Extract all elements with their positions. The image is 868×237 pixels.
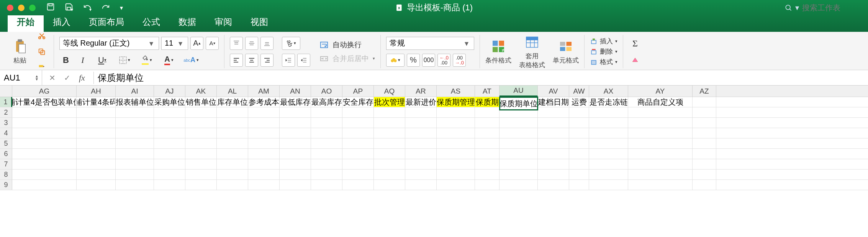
cell-AN8[interactable] xyxy=(280,170,311,179)
cell-AZ1[interactable] xyxy=(693,97,716,107)
cell-AU5[interactable] xyxy=(500,138,538,148)
customize-qat-icon[interactable]: ▾ xyxy=(120,4,123,12)
column-header-AR[interactable]: AR xyxy=(405,86,437,97)
cell-AH1[interactable]: 辅计量4条码 xyxy=(77,97,116,107)
align-bottom-button[interactable] xyxy=(260,37,274,50)
cell-AK6[interactable] xyxy=(185,149,217,159)
cell-AQ7[interactable] xyxy=(374,159,405,169)
cell-AW3[interactable] xyxy=(569,118,589,128)
cell-AP1[interactable]: 安全库存 xyxy=(342,97,374,107)
tab-数据[interactable]: 数据 xyxy=(169,13,205,32)
cell-AT8[interactable] xyxy=(475,170,500,179)
clear-button[interactable] xyxy=(629,53,642,66)
cell-AN2[interactable] xyxy=(280,107,311,117)
cell-AN6[interactable] xyxy=(280,149,311,159)
cell-AY9[interactable] xyxy=(628,180,693,190)
increase-indent-button[interactable] xyxy=(297,54,310,67)
cell-AX9[interactable] xyxy=(589,180,628,190)
column-header-AT[interactable]: AT xyxy=(475,86,500,97)
cell-AR4[interactable] xyxy=(405,128,437,138)
cell-AJ8[interactable] xyxy=(154,170,185,179)
cell-AP5[interactable] xyxy=(342,138,374,148)
cell-AM9[interactable] xyxy=(248,180,280,190)
cell-AG8[interactable] xyxy=(12,170,77,179)
cell-AX1[interactable]: 是否走冻链 xyxy=(589,97,628,107)
column-header-AI[interactable]: AI xyxy=(116,86,154,97)
column-header-AX[interactable]: AX xyxy=(589,86,628,97)
cell-AQ2[interactable] xyxy=(374,107,405,117)
cell-AT6[interactable] xyxy=(475,149,500,159)
column-header-AN[interactable]: AN xyxy=(280,86,311,97)
minimize-window-button[interactable] xyxy=(18,5,25,11)
save-icon[interactable]: ▾ xyxy=(65,3,73,13)
cell-AJ3[interactable] xyxy=(154,118,185,128)
cell-AZ7[interactable] xyxy=(693,159,716,169)
tab-视图[interactable]: 视图 xyxy=(241,13,277,32)
cell-AJ5[interactable] xyxy=(154,138,185,148)
phonetic-button[interactable]: abcA▾ xyxy=(182,54,200,67)
cell-styles-button[interactable]: 单元格式 xyxy=(553,38,579,65)
cell-AS3[interactable] xyxy=(437,118,475,128)
cell-AY1[interactable]: 商品自定义项 xyxy=(628,97,693,107)
cell-AJ6[interactable] xyxy=(154,149,185,159)
currency-button[interactable]: ▾ xyxy=(386,54,405,67)
column-header-AG[interactable]: AG xyxy=(12,86,77,97)
cell-AX4[interactable] xyxy=(589,128,628,138)
row-header-9[interactable]: 9 xyxy=(0,180,12,190)
cell-AH6[interactable] xyxy=(77,149,116,159)
cell-AS8[interactable] xyxy=(437,170,475,179)
wrap-text-button[interactable]: 自动换行 xyxy=(319,40,375,50)
column-header-AS[interactable]: AS xyxy=(437,86,475,97)
underline-button[interactable]: U ▾ xyxy=(93,54,111,67)
cell-AI6[interactable] xyxy=(116,149,154,159)
undo-icon[interactable]: ▾ xyxy=(83,3,92,13)
cell-AO6[interactable] xyxy=(311,149,342,159)
row-header-8[interactable]: 8 xyxy=(0,170,12,179)
cell-AG3[interactable] xyxy=(12,118,77,128)
cell-AX6[interactable] xyxy=(589,149,628,159)
maximize-window-button[interactable] xyxy=(29,5,36,11)
decrease-decimal-button[interactable]: .00→.0 xyxy=(453,54,466,67)
cell-AP4[interactable] xyxy=(342,128,374,138)
cell-AI8[interactable] xyxy=(116,170,154,179)
cell-AW1[interactable]: 运费 xyxy=(569,97,589,107)
cell-AH3[interactable] xyxy=(77,118,116,128)
cell-AL5[interactable] xyxy=(217,138,248,148)
font-size-select[interactable]: 11▾ xyxy=(161,37,188,50)
cell-AU7[interactable] xyxy=(500,159,538,169)
cell-AU6[interactable] xyxy=(500,149,538,159)
cell-AG7[interactable] xyxy=(12,159,77,169)
cell-AS7[interactable] xyxy=(437,159,475,169)
decrease-font-button[interactable]: A▾ xyxy=(206,37,219,50)
cell-AG4[interactable] xyxy=(12,128,77,138)
cell-AN1[interactable]: 最低库存 xyxy=(280,97,311,107)
cell-AW2[interactable] xyxy=(569,107,589,117)
delete-cells-button[interactable]: 删除▾ xyxy=(590,47,617,56)
cell-AN4[interactable] xyxy=(280,128,311,138)
cell-AI7[interactable] xyxy=(116,159,154,169)
cell-AU3[interactable] xyxy=(500,118,538,128)
merge-center-button[interactable]: 合并后居中 ▾ xyxy=(319,54,375,64)
cell-AL2[interactable] xyxy=(217,107,248,117)
cell-AV7[interactable] xyxy=(538,159,569,169)
column-header-AK[interactable]: AK xyxy=(185,86,217,97)
row-header-3[interactable]: 3 xyxy=(0,118,12,128)
cell-AY7[interactable] xyxy=(628,159,693,169)
copy-button[interactable] xyxy=(35,45,48,58)
align-right-button[interactable] xyxy=(260,54,274,67)
cell-AY5[interactable] xyxy=(628,138,693,148)
cell-AV6[interactable] xyxy=(538,149,569,159)
cell-AP6[interactable] xyxy=(342,149,374,159)
insert-cells-button[interactable]: 插入▾ xyxy=(590,37,617,46)
formula-input[interactable]: 保质期单位 xyxy=(93,72,144,84)
cell-AQ5[interactable] xyxy=(374,138,405,148)
cell-AQ6[interactable] xyxy=(374,149,405,159)
namebox-down[interactable]: ▼ xyxy=(35,78,39,81)
cell-AR8[interactable] xyxy=(405,170,437,179)
enter-formula-button[interactable]: ✓ xyxy=(64,73,70,82)
cell-AL9[interactable] xyxy=(217,180,248,190)
cell-AJ1[interactable]: 采购单位 xyxy=(154,97,185,107)
cell-AP9[interactable] xyxy=(342,180,374,190)
increase-font-button[interactable]: A▴ xyxy=(190,37,203,50)
cell-AN7[interactable] xyxy=(280,159,311,169)
